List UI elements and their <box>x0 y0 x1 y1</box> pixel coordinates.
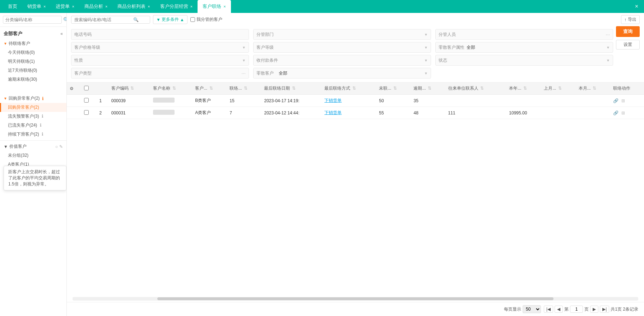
query-button[interactable]: 查询 <box>616 26 640 37</box>
value-edit-icon[interactable]: ✎ <box>59 144 63 149</box>
filter-phone[interactable]: 电话号码 <box>71 29 249 40</box>
row1-link-icon[interactable]: 🔗 <box>613 98 618 103</box>
sidebar-item-overdue[interactable]: 逾期未联络(30) <box>0 75 66 84</box>
th-category[interactable]: 客户... ⇅ <box>192 82 227 95</box>
row1-select[interactable] <box>84 98 89 103</box>
row2-last-method[interactable]: 下销货单 <box>321 107 376 119</box>
row2-grid-icon[interactable]: ⊞ <box>621 110 625 115</box>
th-this-month[interactable]: 本月... ⇅ <box>576 82 610 95</box>
sidebar-pending-section[interactable]: ▼ 待联络客户 <box>0 39 66 48</box>
sidebar-item-churned[interactable]: 已流失客户(24) ℹ <box>0 121 66 130</box>
filter-price-level[interactable]: 客户价格等级 ▼ <box>71 42 249 53</box>
overdue-sort-icon: ⇅ <box>428 86 431 91</box>
filter-row1: 🔍 ▼ 更多条件 ▲ 我分管的客户 ↑ 导出 <box>71 15 640 24</box>
code-sort-icon: ⇅ <box>130 86 134 91</box>
close-purchase-icon[interactable]: × <box>72 0 74 13</box>
th-contact[interactable]: 联络... ⇅ <box>227 82 261 95</box>
search-input[interactable] <box>74 17 132 22</box>
scrollbar-thumb[interactable] <box>157 297 553 300</box>
sidebar-item-tomorrow[interactable]: 明天待联络(1) <box>0 57 66 66</box>
row1-last-method[interactable]: 下销货单 <box>321 95 376 107</box>
sidebar-item-declining[interactable]: 持续下滑客户(2) ℹ <box>0 130 66 139</box>
th-settings[interactable]: ⚙ <box>67 82 81 95</box>
my-customer-checkbox[interactable] <box>190 17 195 22</box>
page-prev-btn[interactable]: ◀ <box>555 306 563 313</box>
select-all-checkbox[interactable] <box>84 86 89 90</box>
horizontal-scrollbar[interactable] <box>73 297 638 301</box>
settings-button[interactable]: 设置 <box>616 40 640 49</box>
nav-product-analysis[interactable]: 商品分析 × <box>79 0 112 13</box>
sidebar-search-input[interactable] <box>3 16 62 24</box>
row2-checkbox[interactable] <box>81 107 97 119</box>
export-btn[interactable]: ↑ 导出 <box>621 15 640 24</box>
value-add-icon[interactable]: ○ <box>55 144 58 149</box>
sidebar-abnormal-section[interactable]: ▼ 回购异常客户(2) ℹ <box>0 94 66 103</box>
filter-retail-customer[interactable]: 零散客户 全部 ▼ <box>253 68 431 79</box>
th-company-contact[interactable]: 往来单位联系人 ⇅ <box>445 82 506 95</box>
manager-dots-icon[interactable]: ··· <box>606 32 610 37</box>
nav-sales[interactable]: 销货单 × <box>22 0 51 13</box>
close-product-analysis-icon[interactable]: × <box>105 0 107 13</box>
row1-code: 000039 <box>108 95 150 107</box>
filter-customer-level[interactable]: 客户等级 ▼ <box>253 42 431 53</box>
retail-customer-arrow-icon: ▼ <box>424 71 428 75</box>
window-close-icon[interactable]: × <box>632 3 641 10</box>
th-checkbox[interactable] <box>81 82 97 95</box>
close-customer-contact-icon[interactable]: × <box>223 0 226 13</box>
row1-checkbox[interactable] <box>81 95 97 107</box>
close-product-list-icon[interactable]: × <box>148 0 150 13</box>
retail-customer-value: 全部 <box>279 70 422 76</box>
sidebar-collapse-icon[interactable]: « <box>60 31 63 36</box>
retail-attr-label: 零散客户属性 <box>439 44 464 51</box>
sidebar-item-ungrouped[interactable]: 未分组(32) <box>0 151 66 160</box>
th-this-year[interactable]: 本年... ⇅ <box>506 82 541 95</box>
filter-department[interactable]: 分管部门 ▼ <box>253 29 431 40</box>
row2-settings <box>67 107 81 119</box>
sidebar-item-churn-warning[interactable]: 流失预警客户(3) ℹ <box>0 112 66 121</box>
filter-customer-type[interactable]: 客户类型 ··· <box>71 68 249 79</box>
filter-gender[interactable]: 性质 ▼ <box>71 55 249 66</box>
row1-company-contact <box>445 95 506 107</box>
row2-company-contact: 111 <box>445 107 506 119</box>
sidebar-item-7days[interactable]: 近7天待联络(0) <box>0 66 66 75</box>
row2-uncontacted: 55 <box>376 107 411 119</box>
sidebar-value-section[interactable]: ▼ 价值客户 ○ ✎ <box>0 142 66 151</box>
row1-grid-icon[interactable]: ⊞ <box>621 98 625 103</box>
th-code[interactable]: 客户编码 ⇅ <box>108 82 150 95</box>
churn-warning-info-icon: ℹ <box>42 114 43 119</box>
customer-type-label: 客户类型 <box>74 70 94 76</box>
filter-manager[interactable]: 分管人员 ··· <box>435 29 613 40</box>
filter-payment[interactable]: 收付款条件 ▼ <box>253 55 431 66</box>
sidebar-search-icon[interactable]: 🔍 <box>63 17 67 23</box>
customer-type-dots-icon[interactable]: ··· <box>241 70 246 76</box>
row2-select[interactable] <box>84 110 89 115</box>
per-page-select[interactable]: 50 20 100 <box>523 305 541 313</box>
th-last-method[interactable]: 最后联络方式 ⇅ <box>321 82 376 95</box>
page-input[interactable] <box>570 306 583 313</box>
sidebar-item-today[interactable]: 今天待联络(0) <box>0 48 66 57</box>
th-overdue[interactable]: 逾期... ⇅ <box>411 82 445 95</box>
nav-customer-contact[interactable]: 客户联络 × <box>198 0 231 13</box>
filter-retail-attr[interactable]: 零散客户属性 全部 ▼ <box>435 42 613 53</box>
nav-customer-tier[interactable]: 客户分层经营 × <box>155 0 198 13</box>
sidebar-all-customers[interactable]: 全部客户 « <box>0 28 66 39</box>
uncontacted-sort-icon: ⇅ <box>393 86 397 91</box>
chevron-up-icon: ▲ <box>180 17 184 22</box>
close-customer-tier-icon[interactable]: × <box>190 0 193 13</box>
sidebar: 🔍 全部客户 « ▼ 待联络客户 今天待联络(0) 明天待联络(1) 近7天待联… <box>0 13 67 316</box>
close-sales-icon[interactable]: × <box>43 0 46 13</box>
page-last-btn[interactable]: ▶| <box>600 306 609 313</box>
page-next-btn[interactable]: ▶ <box>590 306 598 313</box>
more-filter-btn[interactable]: ▼ 更多条件 ▲ <box>153 15 187 24</box>
th-last-month[interactable]: 上月... ⇅ <box>541 82 575 95</box>
th-uncontacted[interactable]: 未联... ⇅ <box>376 82 411 95</box>
filter-status[interactable]: 状态 ▼ <box>435 55 613 66</box>
nav-home[interactable]: 首页 <box>3 0 22 13</box>
nav-purchase[interactable]: 进货单 × <box>51 0 79 13</box>
page-first-btn[interactable]: |◀ <box>544 306 553 313</box>
th-last-date[interactable]: 最后联络日期 ⇅ <box>261 82 321 95</box>
th-name[interactable]: 客户名称 ⇅ <box>150 82 192 95</box>
nav-product-list[interactable]: 商品分析列表 × <box>112 0 155 13</box>
sidebar-item-abnormal-active[interactable]: 回购异常客户(2) <box>0 103 66 112</box>
row2-link-icon[interactable]: 🔗 <box>613 110 618 115</box>
